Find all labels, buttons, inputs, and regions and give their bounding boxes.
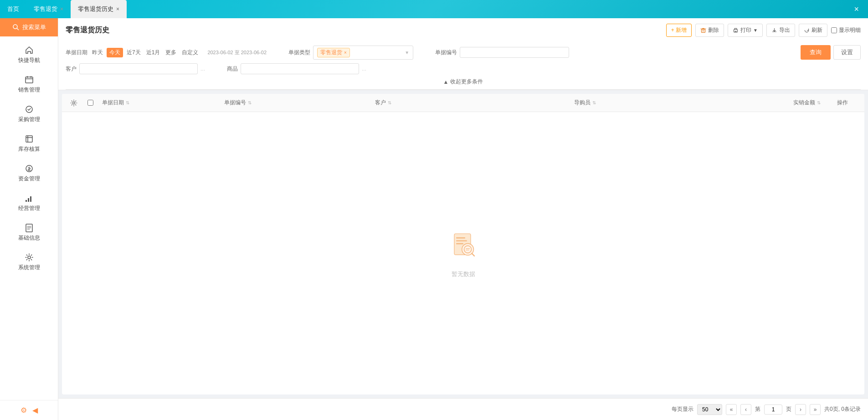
- new-button[interactable]: + 新增: [666, 24, 692, 37]
- sidebar-item-basic-info[interactable]: 基础信息: [0, 218, 58, 247]
- show-detail-toggle[interactable]: 显示明细: [831, 26, 861, 34]
- date-btn-1month[interactable]: 近1月: [144, 48, 162, 57]
- collapse-label: 收起更多条件: [450, 78, 483, 86]
- bill-type-select[interactable]: 零售退货 × ▼: [313, 46, 413, 60]
- sidebar-item-purchase[interactable]: 采购管理: [0, 99, 58, 129]
- th-date: 单据日期 ⇅: [98, 99, 221, 107]
- export-button-label: 导出: [779, 26, 790, 34]
- sidebar-item-basic-info-label: 基础信息: [18, 234, 40, 242]
- current-page-input[interactable]: 1: [764, 405, 782, 415]
- svg-rect-7: [28, 198, 29, 202]
- inventory-icon: [25, 134, 34, 143]
- th-guide-label: 导购员: [574, 99, 591, 107]
- date-btn-custom[interactable]: 自定义: [180, 48, 200, 57]
- th-amount-sort-icon[interactable]: ⇅: [817, 100, 821, 105]
- prev-page-button[interactable]: ‹: [740, 404, 751, 415]
- refresh-button-label: 刷新: [812, 26, 822, 34]
- refresh-button[interactable]: 刷新: [799, 24, 827, 37]
- collapse-sidebar-icon[interactable]: ◀: [32, 406, 38, 415]
- customer-dots-icon[interactable]: ...: [200, 66, 205, 72]
- tab-home[interactable]: 首页: [0, 0, 26, 18]
- settings-bottom-icon[interactable]: ⚙: [21, 406, 27, 415]
- date-btn-7days[interactable]: 近7天: [125, 48, 143, 57]
- tab-return[interactable]: 零售退货 ×: [26, 0, 71, 18]
- collapse-filter-button[interactable]: ▲ 收起更多条件: [66, 76, 861, 87]
- svg-line-1: [17, 28, 19, 30]
- tab-return-close[interactable]: ×: [60, 6, 63, 12]
- goods-input[interactable]: [241, 63, 359, 74]
- svg-point-15: [73, 102, 75, 104]
- page-total: 共0页, 0条记录: [824, 405, 861, 413]
- th-guide: 导购员 ⇅: [570, 99, 721, 107]
- th-date-sort-icon[interactable]: ⇅: [126, 100, 129, 105]
- print-button[interactable]: 打印 ▼: [728, 24, 763, 37]
- page-size-select[interactable]: 20 50 100: [697, 404, 722, 415]
- sidebar-search[interactable]: 搜索菜单: [0, 18, 58, 36]
- sidebar-item-system-label: 系统管理: [18, 264, 40, 271]
- svg-rect-19: [456, 243, 463, 244]
- sidebar-item-quick-nav[interactable]: 快捷导航: [0, 40, 58, 70]
- window-close-button[interactable]: ×: [850, 5, 863, 14]
- sidebar-item-finance-label: 资金管理: [18, 175, 40, 183]
- bill-type-tag-value: 零售退货: [320, 49, 342, 56]
- svg-line-22: [472, 253, 474, 256]
- page-header: 零售退货历史 + 新增 删除: [58, 18, 868, 90]
- goods-dots-icon[interactable]: ...: [362, 66, 366, 72]
- select-all-input[interactable]: [87, 100, 93, 106]
- tab-home-label: 首页: [7, 5, 19, 13]
- setting-button[interactable]: 设置: [833, 45, 861, 60]
- goods-filter: 商品 ...: [227, 63, 366, 74]
- th-customer-sort-icon[interactable]: ⇅: [388, 100, 391, 105]
- th-customer-label: 客户: [375, 99, 386, 107]
- print-button-label: 打印: [740, 26, 751, 34]
- th-bill-no-sort-icon[interactable]: ⇅: [248, 100, 252, 105]
- svg-rect-8: [30, 196, 31, 202]
- customer-filter: 客户 ...: [66, 63, 205, 74]
- date-btn-more[interactable]: 更多: [164, 48, 178, 57]
- next-page-button[interactable]: ›: [795, 404, 806, 415]
- table-settings-button[interactable]: [66, 99, 82, 107]
- date-range-display: 2023-06-02 至 2023-06-02: [207, 49, 267, 56]
- export-button[interactable]: 导出: [766, 24, 795, 37]
- query-button[interactable]: 查询: [801, 45, 831, 60]
- svg-rect-14: [734, 31, 737, 32]
- toolbar: + 新增 删除: [666, 24, 861, 37]
- date-btn-today[interactable]: 今天: [107, 48, 123, 57]
- delete-button[interactable]: 删除: [695, 24, 724, 37]
- sidebar-item-sales[interactable]: 销售管理: [0, 70, 58, 99]
- customer-input[interactable]: [79, 63, 198, 74]
- sidebar-bottom: ⚙ ◀: [0, 400, 58, 420]
- table-select-all-checkbox[interactable]: [82, 100, 98, 106]
- date-shortcuts: 昨天 今天 近7天 近1月 更多 自定义: [90, 48, 200, 57]
- svg-rect-6: [26, 200, 27, 202]
- export-icon: [771, 27, 777, 33]
- content-area: 零售退货历史 + 新增 删除: [58, 18, 868, 420]
- sidebar-item-system[interactable]: 系统管理: [0, 247, 58, 277]
- last-page-button[interactable]: »: [810, 404, 821, 415]
- tab-return-history-label: 零售退货历史: [78, 5, 113, 13]
- tab-return-history[interactable]: 零售退货历史 ×: [71, 0, 127, 18]
- date-btn-yesterday[interactable]: 昨天: [90, 48, 105, 57]
- sidebar-search-label: 搜索菜单: [22, 23, 46, 31]
- th-amount-label: 实销金额: [793, 99, 815, 107]
- th-guide-sort-icon[interactable]: ⇅: [592, 100, 596, 105]
- bill-no-input[interactable]: [460, 47, 569, 58]
- sidebar-item-finance[interactable]: 资金管理: [0, 159, 58, 188]
- show-detail-checkbox[interactable]: [831, 27, 837, 33]
- bill-no-label: 单据编号: [435, 49, 457, 56]
- first-page-button[interactable]: «: [726, 404, 737, 415]
- operations-icon: [25, 194, 34, 203]
- bill-type-tag: 零售退货 ×: [317, 48, 350, 57]
- sidebar-item-operations[interactable]: 经营管理: [0, 188, 58, 218]
- bill-type-label: 单据类型: [288, 49, 310, 56]
- delete-icon: [700, 27, 706, 33]
- purchase-icon: [25, 105, 34, 114]
- sidebar-item-inventory[interactable]: 库存核算: [0, 129, 58, 159]
- home-icon: [25, 46, 34, 55]
- customer-label: 客户: [66, 65, 77, 73]
- collapse-up-icon: ▲: [443, 79, 449, 85]
- sidebar-item-inventory-label: 库存核算: [18, 145, 40, 153]
- tab-return-history-close[interactable]: ×: [116, 6, 119, 12]
- bill-type-tag-close[interactable]: ×: [344, 50, 347, 55]
- th-date-label: 单据日期: [102, 99, 124, 107]
